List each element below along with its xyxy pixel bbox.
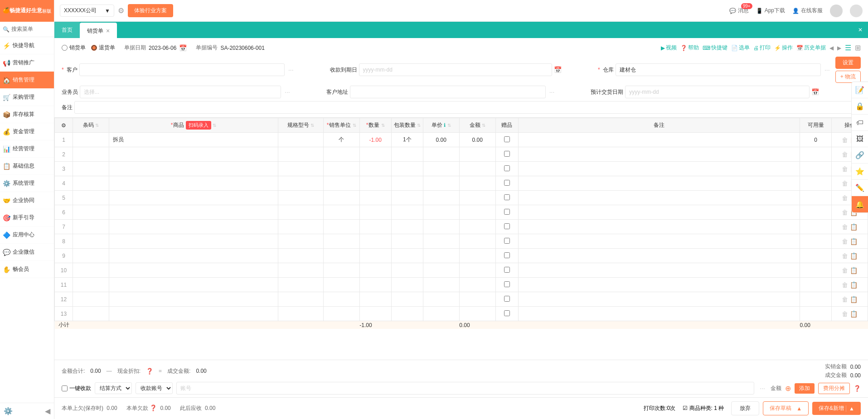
row-memo-11[interactable] xyxy=(518,278,800,292)
copy-row-icon[interactable]: 📋 xyxy=(850,223,858,231)
float-star-icon[interactable]: ⭐ xyxy=(852,164,868,180)
sidebar-item-operations[interactable]: 📊 经营管理 xyxy=(0,140,54,158)
help-link[interactable]: ❓ 帮助 xyxy=(680,44,699,52)
select-link[interactable]: 📄 选单 xyxy=(731,44,750,52)
row-price-3[interactable] xyxy=(423,162,459,176)
row-product-8[interactable] xyxy=(109,234,278,249)
unit-sort-icon[interactable]: ⇅ xyxy=(353,123,356,128)
row-price-2[interactable] xyxy=(423,147,459,162)
row-gift-6[interactable] xyxy=(495,205,518,220)
row-qty-5[interactable] xyxy=(359,191,391,205)
barcode-sort-icon[interactable]: ⇅ xyxy=(95,123,99,128)
copy-row-icon[interactable]: 📋 xyxy=(850,296,858,303)
row-product-5[interactable] xyxy=(109,191,278,205)
sidebar-item-sales[interactable]: 🏠 销售管理 xyxy=(0,72,54,89)
payment-checkbox-input[interactable] xyxy=(62,385,68,391)
cash-discount-help-icon[interactable]: ❓ xyxy=(146,368,153,375)
app-download-btn[interactable]: 📱 App下载 xyxy=(756,7,785,14)
add-btn[interactable]: 添加 xyxy=(795,383,815,394)
row-spec-2[interactable] xyxy=(278,147,323,162)
copy-row-icon[interactable]: 📋 xyxy=(850,281,858,289)
nav-prev-icon[interactable]: ◀ xyxy=(829,45,834,51)
row-spec-4[interactable] xyxy=(278,176,323,191)
col-setting[interactable]: ⚙ xyxy=(55,118,73,133)
row-product-1[interactable]: 拆员 xyxy=(109,133,278,147)
experience-btn[interactable]: 体验行业方案 xyxy=(128,4,173,17)
row-qty-10[interactable] xyxy=(359,263,391,278)
row-memo-8[interactable] xyxy=(518,234,800,249)
logistics-button[interactable]: + 物流 xyxy=(835,71,861,83)
row-gift-8[interactable] xyxy=(495,234,518,249)
avatar[interactable] xyxy=(830,5,843,17)
row-product-3[interactable] xyxy=(109,162,278,176)
row-gift-13[interactable] xyxy=(495,307,518,321)
sidebar-item-purchase[interactable]: 🛒 采购管理 xyxy=(0,89,54,106)
product-sort-icon[interactable]: ⇅ xyxy=(213,123,216,128)
avatar2[interactable] xyxy=(850,5,863,17)
radio-return-input[interactable] xyxy=(91,45,97,51)
history-link[interactable]: 📅 历史单据 xyxy=(796,44,826,52)
one-click-payment-checkbox[interactable]: 一键收款 xyxy=(62,385,91,392)
price-info-icon[interactable]: ℹ xyxy=(444,122,446,128)
row-product-9[interactable] xyxy=(109,249,278,263)
row-price-4[interactable] xyxy=(423,176,459,191)
radio-return[interactable]: 退货单 xyxy=(91,44,115,52)
due-date-input[interactable] xyxy=(359,63,553,76)
sidebar-item-guide[interactable]: 🎯 新手引导 xyxy=(0,209,54,226)
amount-sort-icon[interactable]: ⇅ xyxy=(482,123,485,128)
qty-sort-icon[interactable]: ⇅ xyxy=(381,123,385,128)
float-lock-icon[interactable]: 🔒 xyxy=(852,98,868,115)
row-price-13[interactable] xyxy=(423,307,459,321)
settings-icon[interactable]: ⚙ xyxy=(118,6,124,15)
action-link[interactable]: ⚡ 操作 xyxy=(774,44,793,52)
row-product-7[interactable] xyxy=(109,220,278,234)
shortcut-link[interactable]: ⌨ 快捷键 xyxy=(703,44,727,52)
delete-row-icon[interactable]: 🗑 xyxy=(842,267,848,274)
row-memo-1[interactable] xyxy=(518,133,800,147)
copy-row-icon[interactable]: 📋 xyxy=(850,238,858,245)
save-new-chevron-icon[interactable]: ▲ xyxy=(846,405,854,412)
row-product-13[interactable] xyxy=(109,307,278,321)
company-selector[interactable]: XXXXXX公司 ▼ xyxy=(60,5,114,17)
sidebar-search[interactable]: 🔍 搜索菜单 xyxy=(0,22,54,37)
row-gift-2[interactable] xyxy=(495,147,518,162)
delete-row-icon[interactable]: 🗑 xyxy=(842,223,848,231)
delete-row-icon[interactable]: 🗑 xyxy=(842,194,848,202)
row-gift-12[interactable] xyxy=(495,292,518,307)
row-barcode-10[interactable] xyxy=(73,263,109,278)
row-product-12[interactable] xyxy=(109,292,278,307)
row-gift-3[interactable] xyxy=(495,162,518,176)
delete-row-icon[interactable]: 🗑 xyxy=(842,151,848,158)
radio-sales-input[interactable] xyxy=(62,45,68,51)
row-qty-1[interactable]: -1.00 xyxy=(359,133,391,147)
row-price-11[interactable] xyxy=(423,278,459,292)
delete-row-icon[interactable]: 🗑 xyxy=(842,296,848,303)
payment-account-input[interactable] xyxy=(176,382,754,395)
row-spec-11[interactable] xyxy=(278,278,323,292)
address-input[interactable] xyxy=(350,86,546,98)
row-price-5[interactable] xyxy=(423,191,459,205)
price-sort-icon[interactable]: ⇅ xyxy=(447,123,451,128)
pkg-sort-icon[interactable]: ⇅ xyxy=(417,123,421,128)
row-memo-13[interactable] xyxy=(518,307,800,321)
row-product-11[interactable] xyxy=(109,278,278,292)
row-barcode-12[interactable] xyxy=(73,292,109,307)
sidebar-collapse-icon[interactable]: ◀ xyxy=(45,407,50,415)
view-list-icon[interactable]: ☰ xyxy=(845,43,851,52)
row-price-7[interactable] xyxy=(423,220,459,234)
row-barcode-13[interactable] xyxy=(73,307,109,321)
save-draft-chevron-icon[interactable]: ▲ xyxy=(793,405,802,412)
date-calendar-icon[interactable]: 📅 xyxy=(179,44,187,52)
float-link-icon[interactable]: 🔗 xyxy=(852,147,868,164)
row-barcode-4[interactable] xyxy=(73,176,109,191)
delete-row-icon[interactable]: 🗑 xyxy=(842,209,848,216)
row-spec-6[interactable] xyxy=(278,205,323,220)
row-product-2[interactable] xyxy=(109,147,278,162)
row-memo-4[interactable] xyxy=(518,176,800,191)
row-barcode-7[interactable] xyxy=(73,220,109,234)
row-gift-10[interactable] xyxy=(495,263,518,278)
sidebar-item-system[interactable]: ⚙️ 系统管理 xyxy=(0,175,54,192)
delete-row-icon[interactable]: 🗑 xyxy=(842,136,848,144)
row-gift-4[interactable] xyxy=(495,176,518,191)
row-spec-5[interactable] xyxy=(278,191,323,205)
